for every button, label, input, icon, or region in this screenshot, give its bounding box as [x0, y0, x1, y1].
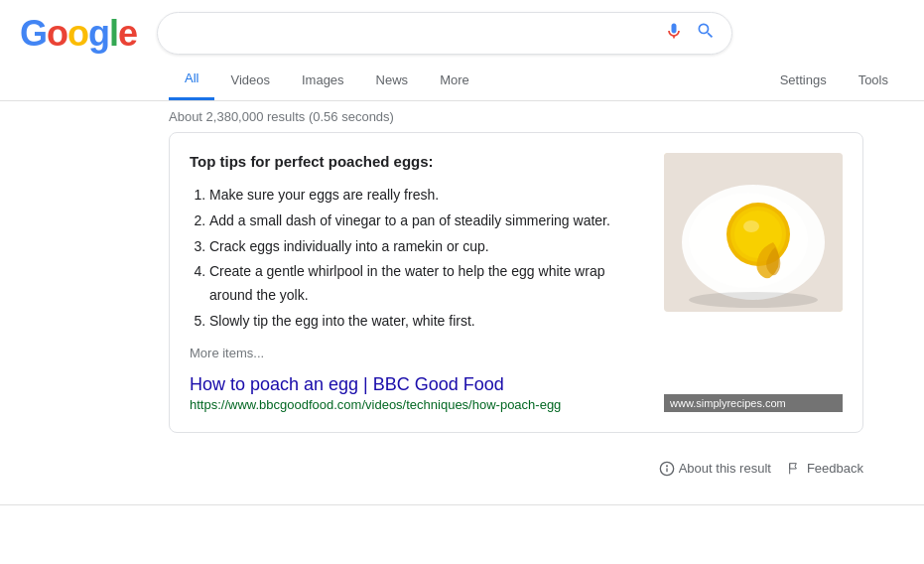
search-input[interactable]: how to make poached eggs — [174, 25, 656, 43]
list-item: Slowly tip the egg into the water, white… — [209, 310, 644, 334]
svg-point-6 — [743, 220, 759, 232]
card-text: Top tips for perfect poached eggs: Make … — [190, 153, 644, 412]
search-icon[interactable] — [696, 21, 716, 46]
nav-item-settings[interactable]: Settings — [764, 61, 843, 99]
list-item: Create a gentle whirlpool in the water t… — [209, 260, 644, 308]
list-item: Crack eggs individually into a ramekin o… — [209, 235, 644, 259]
nav-item-videos[interactable]: Videos — [214, 61, 286, 99]
image-caption: www.simplyrecipes.com — [664, 394, 843, 412]
more-items-link[interactable]: More items... — [190, 346, 644, 360]
bottom-divider — [0, 504, 924, 505]
nav-item-images[interactable]: Images — [286, 61, 360, 99]
list-item: Add a small dash of vinegar to a pan of … — [209, 210, 644, 233]
main-content: Top tips for perfect poached eggs: Make … — [0, 132, 924, 485]
card-image-wrapper: www.simplyrecipes.com — [664, 153, 843, 412]
feedback-button[interactable]: Feedback — [787, 461, 863, 477]
search-bar[interactable]: how to make poached eggs — [157, 12, 732, 55]
info-icon — [659, 461, 675, 477]
card-image — [664, 153, 843, 312]
header: Google how to make poached eggs — [0, 0, 924, 55]
nav-right: Settings Tools — [764, 61, 904, 99]
result-title-link[interactable]: How to poach an egg | BBC Good Food — [190, 374, 644, 395]
nav-item-news[interactable]: News — [360, 61, 425, 99]
card-list: Make sure your eggs are really fresh. Ad… — [190, 184, 644, 334]
nav-item-all[interactable]: All — [169, 59, 214, 100]
about-result-button[interactable]: About this result — [659, 461, 771, 477]
microphone-icon[interactable] — [664, 21, 684, 46]
list-item: Make sure your eggs are really fresh. — [209, 184, 644, 208]
svg-point-7 — [689, 292, 818, 308]
nav-links: All Videos Images News More — [169, 59, 485, 100]
results-info: About 2,380,000 results (0.56 seconds) — [0, 101, 924, 132]
google-logo[interactable]: Google — [20, 13, 137, 55]
nav-item-tools[interactable]: Tools — [843, 61, 904, 99]
search-icons — [664, 21, 716, 46]
nav-item-more[interactable]: More — [424, 61, 485, 99]
card-inner: Top tips for perfect poached eggs: Make … — [190, 153, 843, 412]
featured-snippet-card: Top tips for perfect poached eggs: Make … — [169, 132, 863, 433]
result-footer: About this result Feedback — [169, 453, 863, 485]
card-title: Top tips for perfect poached eggs: — [190, 153, 644, 170]
nav-bar: All Videos Images News More Settings Too… — [0, 59, 924, 101]
result-url: https://www.bbcgoodfood.com/videos/techn… — [190, 397, 644, 412]
flag-icon — [787, 461, 803, 477]
